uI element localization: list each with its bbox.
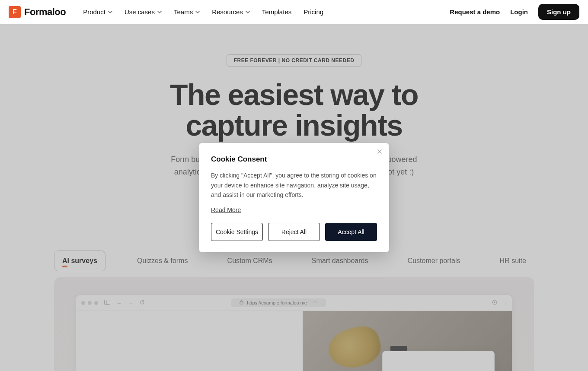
nav-label: Pricing xyxy=(304,8,323,16)
cookie-settings-button[interactable]: Cookie Settings xyxy=(211,223,263,241)
chevron-down-icon xyxy=(195,10,200,14)
accept-all-button[interactable]: Accept All xyxy=(325,223,377,241)
nav-label: Resources xyxy=(212,8,243,16)
site-header: F Formaloo Product Use cases Teams Resou… xyxy=(0,0,588,24)
brand-logo[interactable]: F Formaloo xyxy=(9,6,66,18)
header-right: Request a demo Login Sign up xyxy=(450,4,579,20)
chevron-down-icon xyxy=(246,10,250,14)
modal-body-text: By clicking "Accept All", you agree to t… xyxy=(211,171,377,200)
nav-item-product[interactable]: Product xyxy=(83,8,112,16)
nav-label: Templates xyxy=(262,8,291,16)
nav-label: Teams xyxy=(174,8,193,16)
logo-mark-icon: F xyxy=(9,6,21,18)
nav-item-use-cases[interactable]: Use cases xyxy=(125,8,162,16)
primary-nav: Product Use cases Teams Resources Templa… xyxy=(83,8,323,16)
request-demo-link[interactable]: Request a demo xyxy=(450,8,500,16)
nav-label: Product xyxy=(83,8,105,16)
nav-item-resources[interactable]: Resources xyxy=(212,8,250,16)
reject-all-button[interactable]: Reject All xyxy=(268,223,320,241)
nav-item-templates[interactable]: Templates xyxy=(262,8,291,16)
close-icon[interactable] xyxy=(375,147,384,156)
nav-label: Use cases xyxy=(125,8,155,16)
logo-text: Formaloo xyxy=(24,6,66,18)
header-left: F Formaloo Product Use cases Teams Resou… xyxy=(9,6,323,18)
login-link[interactable]: Login xyxy=(510,8,528,16)
chevron-down-icon xyxy=(157,10,162,14)
modal-overlay: Cookie Consent By clicking "Accept All",… xyxy=(0,24,588,371)
read-more-link[interactable]: Read More xyxy=(211,206,241,213)
nav-item-teams[interactable]: Teams xyxy=(174,8,200,16)
cookie-consent-modal: Cookie Consent By clicking "Accept All",… xyxy=(199,143,389,252)
chevron-down-icon xyxy=(108,10,112,14)
modal-button-row: Cookie Settings Reject All Accept All xyxy=(211,223,377,241)
nav-item-pricing[interactable]: Pricing xyxy=(304,8,323,16)
modal-title: Cookie Consent xyxy=(211,155,377,164)
sign-up-button[interactable]: Sign up xyxy=(538,4,579,20)
